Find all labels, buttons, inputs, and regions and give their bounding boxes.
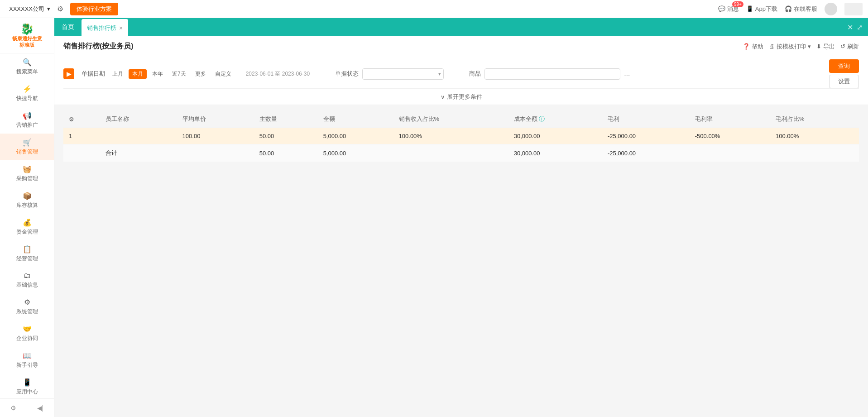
- table-footer: 合计 50.00 5,000.00 30,000.00 -25,000.00: [63, 144, 859, 162]
- collapse-sidebar-icon[interactable]: ◀|: [35, 403, 46, 413]
- sidebar-item-collab[interactable]: 🤝 企业协同: [0, 320, 54, 347]
- col-amount: 全额: [318, 110, 393, 128]
- footer-empty: [63, 144, 100, 162]
- goods-label: 商品: [469, 70, 481, 78]
- chevron-down-icon: ∨: [441, 94, 445, 101]
- help-button[interactable]: ❓ 帮助: [743, 43, 763, 51]
- status-select[interactable]: [362, 68, 444, 80]
- sidebar-item-label: 快捷导航: [16, 95, 38, 102]
- table-footer-row: 合计 50.00 5,000.00 30,000.00 -25,000.00: [63, 144, 859, 162]
- goods-more-icon[interactable]: ...: [624, 70, 630, 78]
- tab-active-label: 销售排行榜: [87, 24, 116, 32]
- tab-bar: 首页 销售排行榜 × ✕ ⤢: [54, 18, 868, 36]
- refresh-label: 刷新: [847, 43, 859, 51]
- tab-sales-ranking[interactable]: 销售排行榜 ×: [82, 19, 128, 37]
- company-name: XXXXXX公司: [9, 5, 44, 13]
- sidebar-item-management[interactable]: 📋 经营管理: [0, 240, 54, 267]
- chevron-down-icon: ▾: [47, 5, 50, 12]
- sidebar-item-quick-nav[interactable]: ⚡ 快捷导航: [0, 80, 54, 107]
- action-buttons: 查询 设置: [829, 59, 859, 88]
- settings-bottom-icon[interactable]: ⚙: [9, 403, 18, 413]
- sidebar-item-search[interactable]: 🔍 搜索菜单: [0, 53, 54, 80]
- refresh-icon: ↺: [840, 43, 845, 50]
- footer-qty: 50.00: [254, 144, 318, 162]
- expand-label: 展开更多条件: [447, 93, 482, 101]
- close-window-icon[interactable]: ✕: [847, 23, 853, 32]
- goods-input[interactable]: [484, 68, 620, 80]
- sidebar-item-label: 销售管理: [16, 148, 38, 156]
- clipboard-icon: 📋: [23, 245, 32, 254]
- sidebar-item-purchase[interactable]: 🧺 采购管理: [0, 160, 54, 187]
- right-arrow-icon: ▶: [67, 70, 72, 77]
- tab-home[interactable]: 首页: [54, 18, 82, 36]
- table-container: ⚙ 员工名称 平均单价 主数量 全额 销售收入占比% 成本全额 ⓘ: [54, 105, 868, 417]
- page-title: 销售排行榜(按业务员): [63, 42, 134, 51]
- sidebar-item-app-center[interactable]: 📱 应用中心: [0, 374, 54, 398]
- sidebar-item-guide[interactable]: 📖 新手引导: [0, 347, 54, 374]
- col-name: 员工名称: [100, 110, 177, 128]
- refresh-button[interactable]: ↺ 刷新: [840, 43, 859, 51]
- page-header: 销售排行榜(按业务员) ❓ 帮助 🖨 按模板打印 ▾: [54, 36, 868, 89]
- trial-button[interactable]: 体验行业方案: [70, 3, 118, 15]
- footer-cost: 30,000.00: [508, 144, 602, 162]
- app-download-button[interactable]: 📱 App下载: [746, 5, 777, 13]
- megaphone-icon: 📢: [23, 111, 32, 120]
- print-button[interactable]: 🖨 按模板打印 ▾: [769, 43, 811, 51]
- headset-icon: 🎧: [785, 5, 792, 12]
- home-tab-label: 首页: [62, 23, 74, 31]
- logo-text: 畅康通好生意 标准版: [0, 35, 54, 48]
- date-tab-current-month[interactable]: 本月: [129, 69, 147, 79]
- sidebar-item-label: 搜索菜单: [16, 68, 38, 76]
- company-selector[interactable]: XXXXXX公司 ▾: [5, 3, 54, 15]
- cell-sales-pct: 100.00%: [393, 128, 508, 144]
- footer-empty3: [393, 144, 508, 162]
- basket-icon: 🧺: [23, 165, 32, 173]
- date-tab-custom[interactable]: 自定义: [211, 69, 235, 79]
- sidebar-item-marketing[interactable]: 📢 营销推广: [0, 107, 54, 134]
- date-tab-year[interactable]: 本年: [149, 69, 167, 79]
- footer-label: 合计: [100, 144, 177, 162]
- question-icon: ❓: [743, 43, 750, 50]
- sidebar-item-label: 应用中心: [16, 388, 38, 396]
- sidebar-item-finance[interactable]: 💰 资金管理: [0, 214, 54, 240]
- message-button[interactable]: 💬 消息 99+: [718, 5, 739, 13]
- sidebar-item-label: 新手引导: [16, 361, 38, 369]
- avatar[interactable]: [825, 3, 837, 15]
- filter-row-main: ▶ 单据日期 上月 本月 本年 近7天 更多 自定义: [63, 59, 859, 88]
- money-icon: 💰: [23, 218, 32, 227]
- expand-more-button[interactable]: ∨ 展开更多条件: [54, 91, 868, 103]
- top-bar: XXXXXX公司 ▾ ⚙ 体验行业方案 💬 消息 99+ 📱 App下载 🎧 在…: [0, 0, 868, 18]
- user-menu[interactable]: [844, 3, 863, 15]
- date-tab-more[interactable]: 更多: [192, 69, 210, 79]
- quick-filter-button[interactable]: ▶: [63, 68, 74, 79]
- table-header-row: ⚙ 员工名称 平均单价 主数量 全额 销售收入占比% 成本全额 ⓘ: [63, 110, 859, 128]
- gear-button[interactable]: ⚙: [54, 3, 67, 15]
- settings-button[interactable]: 设置: [829, 75, 859, 88]
- sidebar-item-inventory[interactable]: 📦 库存核算: [0, 187, 54, 214]
- sidebar-item-label: 资金管理: [16, 228, 38, 236]
- sidebar-item-basic-info[interactable]: 🗂 基础信息: [0, 267, 54, 293]
- date-label: 单据日期: [82, 70, 105, 78]
- top-bar-right: 💬 消息 99+ 📱 App下载 🎧 在线客服: [718, 3, 863, 15]
- restore-window-icon[interactable]: ⤢: [857, 23, 863, 32]
- cell-avg-price: 100.00: [177, 128, 254, 144]
- footer-empty4: [690, 144, 770, 162]
- sidebar-item-label: 企业协同: [16, 335, 38, 342]
- date-tab-7days[interactable]: 近7天: [168, 69, 190, 79]
- phone-icon: 📱: [23, 378, 32, 387]
- export-button[interactable]: ⬇ 导出: [816, 43, 835, 51]
- online-service-button[interactable]: 🎧 在线客服: [785, 5, 817, 13]
- date-tab-last-month[interactable]: 上月: [109, 69, 127, 79]
- sidebar-menu: 🔍 搜索菜单 ⚡ 快捷导航 📢 营销推广 🛒 销售管理 🧺 采购管理: [0, 53, 54, 398]
- query-button[interactable]: 查询: [829, 59, 859, 73]
- tab-close-icon[interactable]: ×: [119, 24, 123, 32]
- info-icon[interactable]: ⓘ: [539, 115, 545, 122]
- sidebar-item-sales[interactable]: 🛒 销售管理: [0, 134, 54, 160]
- footer-amount: 5,000.00: [318, 144, 393, 162]
- col-settings[interactable]: ⚙: [63, 110, 100, 128]
- sidebar-logo: 🐉 畅康通好生意 标准版: [0, 18, 54, 53]
- online-service-label: 在线客服: [794, 5, 817, 13]
- sidebar-item-system[interactable]: ⚙ 系统管理: [0, 293, 54, 320]
- filter-goods: 商品 ...: [469, 68, 630, 80]
- cell-name: [100, 128, 177, 144]
